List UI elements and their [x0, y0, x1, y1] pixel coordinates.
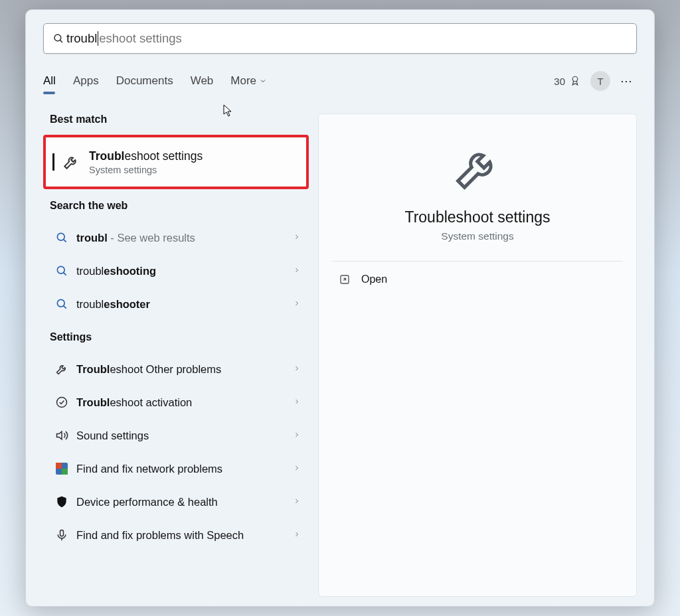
open-external-icon — [337, 273, 352, 285]
chevron-right-icon — [293, 232, 301, 244]
tab-documents[interactable]: Documents — [116, 74, 173, 88]
settings-result[interactable]: Find and fix network problems — [43, 452, 309, 485]
tab-apps[interactable]: Apps — [73, 74, 99, 88]
settings-result[interactable]: Sound settings — [43, 419, 309, 452]
search-text: troubl eshoot settings — [66, 31, 630, 46]
web-result[interactable]: troubleshooter — [43, 287, 309, 321]
svg-line-4 — [64, 240, 66, 242]
chevron-right-icon — [293, 298, 301, 310]
svg-point-7 — [57, 299, 64, 307]
check-circle-icon — [51, 396, 72, 409]
settings-result[interactable]: Troubleshoot Other problems — [43, 352, 309, 386]
medal-icon — [569, 75, 581, 87]
microphone-icon — [51, 528, 72, 542]
preview-subtitle: System settings — [441, 230, 513, 242]
selection-bar — [52, 153, 54, 171]
open-label: Open — [361, 273, 387, 285]
wrench-icon — [51, 362, 72, 376]
chevron-right-icon — [293, 463, 301, 475]
chevron-right-icon — [293, 429, 301, 441]
more-options-button[interactable]: ⋯ — [617, 74, 637, 88]
sound-icon — [51, 429, 72, 442]
best-match-title: Troubleshoot settings — [89, 149, 203, 163]
svg-point-9 — [57, 398, 67, 408]
svg-rect-14 — [60, 530, 64, 536]
settings-result-label: Device performance & health — [76, 496, 293, 508]
svg-line-8 — [64, 306, 66, 309]
chevron-right-icon — [293, 529, 301, 541]
web-result-label: troubl - See web results — [76, 232, 293, 244]
search-web-header: Search the web — [50, 200, 309, 212]
best-match-result[interactable]: Troubleshoot settings System settings — [46, 137, 306, 187]
start-search-panel: troubl eshoot settings All Apps Document… — [25, 9, 655, 607]
avatar[interactable]: T — [590, 71, 610, 91]
tab-more-label: More — [230, 74, 256, 88]
settings-result-label: Find and fix network problems — [76, 463, 293, 475]
settings-header: Settings — [50, 331, 309, 343]
search-icon — [51, 264, 72, 277]
chevron-down-icon — [259, 77, 267, 85]
search-input[interactable]: troubl eshoot settings — [43, 23, 637, 54]
rewards-points: 30 — [554, 76, 565, 87]
search-suggestion: eshoot settings — [99, 31, 181, 46]
preview-title: Troubleshoot settings — [404, 208, 550, 226]
results-column: Best match Troubleshoot settings System … — [43, 114, 309, 597]
best-match-header: Best match — [50, 114, 309, 125]
settings-result-label: Find and fix problems with Speech — [76, 529, 293, 542]
best-match-subtitle: System settings — [89, 165, 203, 175]
open-action[interactable]: Open — [332, 262, 623, 297]
search-icon — [51, 297, 72, 311]
annotation-highlight: Troubleshoot settings System settings — [43, 135, 309, 189]
svg-point-5 — [57, 266, 64, 273]
settings-result-label: Troubleshoot activation — [76, 396, 293, 409]
search-icon — [50, 33, 66, 44]
tab-web[interactable]: Web — [191, 74, 214, 88]
svg-rect-13 — [62, 469, 68, 475]
network-icon — [51, 462, 72, 475]
web-result-label: troubleshooting — [76, 265, 293, 277]
chevron-right-icon — [293, 265, 301, 277]
settings-result[interactable]: Troubleshoot activation — [43, 386, 309, 419]
svg-point-3 — [57, 233, 64, 240]
web-result[interactable]: troubleshooting — [43, 254, 309, 287]
chevron-right-icon — [293, 396, 301, 408]
chevron-right-icon — [293, 363, 301, 375]
svg-rect-12 — [56, 463, 62, 469]
preview-pane: Troubleshoot settings System settings Op… — [318, 114, 637, 597]
settings-result-label: Sound settings — [76, 429, 293, 442]
chevron-right-icon — [293, 496, 301, 508]
svg-marker-10 — [57, 431, 62, 439]
tab-all[interactable]: All — [43, 74, 56, 88]
settings-result[interactable]: Find and fix problems with Speech — [43, 518, 309, 552]
wrench-icon — [61, 153, 81, 171]
wrench-icon — [452, 142, 503, 196]
svg-line-6 — [64, 273, 66, 275]
svg-line-1 — [60, 40, 62, 42]
svg-point-2 — [572, 76, 578, 82]
tab-more[interactable]: More — [230, 74, 267, 88]
web-result[interactable]: troubl - See web results — [43, 221, 309, 254]
rewards-indicator[interactable]: 30 — [554, 75, 581, 87]
settings-result-label: Troubleshoot Other problems — [76, 363, 293, 376]
settings-result[interactable]: Device performance & health — [43, 485, 309, 518]
shield-icon — [51, 495, 72, 508]
text-caret — [98, 31, 98, 46]
filter-tabs: All Apps Documents Web More 30 T ⋯ — [43, 68, 637, 94]
web-result-label: troubleshooter — [76, 298, 293, 311]
search-typed: troubl — [66, 31, 97, 46]
svg-point-0 — [54, 35, 61, 41]
search-icon — [51, 231, 72, 244]
